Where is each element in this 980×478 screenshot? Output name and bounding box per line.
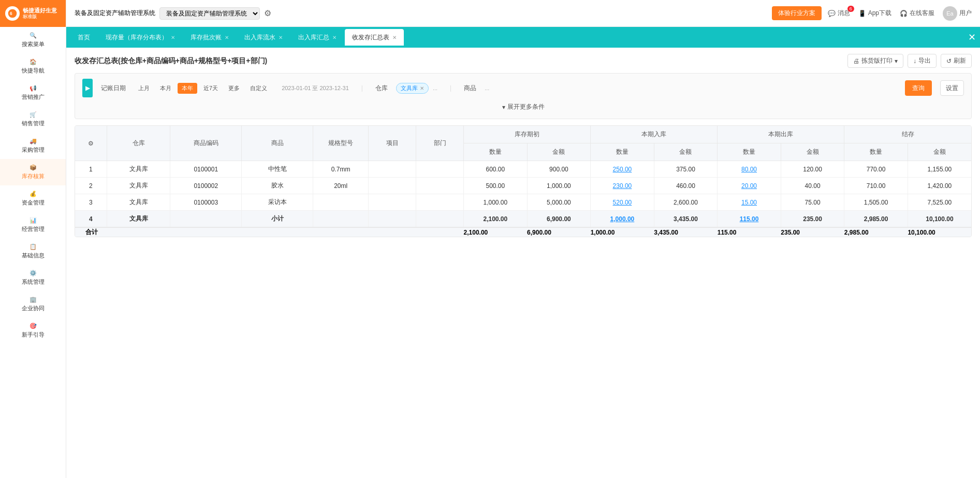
tab-close-icon[interactable]: ✕: [225, 35, 229, 40]
th-project: 项目: [369, 126, 416, 161]
query-btn[interactable]: 查询: [905, 80, 932, 96]
date-btn-7days[interactable]: 近7天: [199, 83, 222, 94]
cell-in-qty[interactable]: 520.00: [591, 194, 654, 211]
th-name: 商品: [242, 126, 313, 161]
message-btn[interactable]: 💬 消息 6: [828, 9, 850, 18]
export-btn[interactable]: ↓ 导出: [908, 54, 937, 68]
settings-icon[interactable]: ⚙: [88, 140, 94, 147]
date-btn-this-month[interactable]: 本月: [156, 83, 175, 94]
cell-out-qty[interactable]: 115.00: [718, 211, 781, 228]
cell-warehouse: 文具库: [107, 161, 170, 178]
date-btn-more[interactable]: 更多: [224, 83, 244, 94]
table-row: 4文具库小计2,100.006,900.001,000.003,435.0011…: [75, 211, 971, 228]
cell-project: [369, 161, 416, 178]
warehouse-label: 仓库: [375, 84, 388, 93]
close-all-tabs[interactable]: ✕: [968, 32, 976, 43]
cell-warehouse: 文具库: [107, 178, 170, 194]
tab-close-icon[interactable]: ✕: [171, 35, 175, 40]
tab-close-icon[interactable]: ✕: [392, 35, 397, 40]
date-btn-custom[interactable]: 自定义: [246, 83, 271, 94]
cell-opening-amt: 900.00: [527, 161, 591, 178]
tab-home[interactable]: 首页: [70, 29, 97, 46]
sidebar-item-sales[interactable]: 🛒 销售管理: [0, 106, 66, 133]
cell-spec: 20ml: [313, 178, 369, 194]
cell-out-qty[interactable]: 20.00: [718, 178, 781, 194]
chevron-down-icon: ▾: [895, 57, 898, 65]
experience-btn[interactable]: 体验行业方案: [772, 6, 822, 20]
footer-closing-amt: 10,100.00: [908, 227, 971, 237]
th-opening-group: 库存期初: [464, 126, 591, 143]
expand-conditions-btn[interactable]: ▾ 展开更多条件: [502, 100, 545, 113]
date-range: 2023-01-01 至 2023-12-31: [282, 84, 349, 92]
cell-out-qty[interactable]: 15.00: [718, 194, 781, 211]
date-btn-last-month[interactable]: 上月: [134, 83, 154, 94]
cell-in-amt: 460.00: [654, 178, 718, 194]
th-in-group: 本期入库: [591, 126, 718, 143]
cell-closing-amt: 10,100.00: [908, 211, 971, 228]
cell-in-qty[interactable]: 250.00: [591, 161, 654, 178]
sidebar-item-marketing[interactable]: 📢 营销推广: [0, 80, 66, 106]
tab-batch-ledger[interactable]: 库存批次账 ✕: [183, 29, 236, 46]
sidebar-item-search[interactable]: 🔍 搜索菜单: [0, 27, 66, 53]
cell-in-qty[interactable]: 1,000.00: [591, 211, 654, 228]
system-name: 装备及固定资产辅助管理系统: [75, 9, 155, 18]
th-out-amt: 金额: [781, 143, 844, 161]
sidebar-item-operations[interactable]: 📊 经营管理: [0, 212, 66, 238]
cell-in-qty[interactable]: 230.00: [591, 178, 654, 194]
th-out-group: 本期出库: [718, 126, 844, 143]
tab-receive-send-summary[interactable]: 收发存汇总表 ✕: [345, 29, 404, 46]
tab-close-icon[interactable]: ✕: [332, 35, 337, 40]
tab-in-out-summary[interactable]: 出入库汇总 ✕: [291, 29, 344, 46]
sidebar-item-guide[interactable]: 🎯 新手引导: [0, 317, 66, 344]
cell-out-qty-link[interactable]: 80.00: [741, 166, 757, 173]
sidebar-item-finance[interactable]: 💰 资金管理: [0, 185, 66, 212]
cell-in-qty-link[interactable]: 250.00: [613, 166, 632, 173]
sidebar-item-system[interactable]: ⚙️ 系统管理: [0, 265, 66, 291]
tab-close-icon[interactable]: ✕: [279, 35, 283, 40]
tab-in-out-flow[interactable]: 出入库流水 ✕: [237, 29, 290, 46]
sidebar-item-purchase[interactable]: 🚚 采购管理: [0, 133, 66, 159]
settings-btn[interactable]: 设置: [940, 80, 964, 96]
svg-point-0: [8, 9, 17, 18]
sidebar-item-quick-nav[interactable]: 🏠 快捷导航: [0, 53, 66, 80]
footer-out-amt: 235.00: [781, 227, 844, 237]
cell-in-qty-link[interactable]: 1,000.00: [610, 215, 635, 223]
cell-out-qty[interactable]: 80.00: [718, 161, 781, 178]
refresh-btn[interactable]: ↺ 刷新: [941, 54, 972, 68]
warehouse-tag-close[interactable]: ✕: [420, 85, 424, 91]
tab-inventory-dist[interactable]: 现存量（库存分布表） ✕: [98, 29, 182, 46]
cell-num: 1: [75, 161, 107, 178]
th-opening-qty: 数量: [464, 143, 528, 161]
cell-out-qty-link[interactable]: 115.00: [740, 215, 759, 223]
th-in-qty: 数量: [591, 143, 654, 161]
sidebar: 6 畅捷通好生意 标准版 🔍 搜索菜单 🏠 快捷导航 📢 营销推广 🛒 销售管理…: [0, 0, 66, 478]
online-service-btn[interactable]: 🎧 在线客服: [900, 9, 934, 18]
cell-code: 0100003: [170, 194, 242, 211]
cell-closing-amt: 7,525.00: [908, 194, 971, 211]
goods-more[interactable]: ...: [485, 85, 489, 91]
print-btn[interactable]: 🖨 拣货版打印 ▾: [847, 54, 903, 68]
user-menu[interactable]: Ea 用户: [943, 6, 972, 21]
cell-out-qty-link[interactable]: 20.00: [741, 182, 757, 190]
footer-opening-qty: 2,100.00: [464, 227, 528, 237]
warehouse-more[interactable]: ...: [433, 85, 437, 91]
footer-in-qty: 1,000.00: [591, 227, 654, 237]
cell-name: 胶水: [242, 178, 313, 194]
sidebar-item-enterprise[interactable]: 🏢 企业协同: [0, 291, 66, 317]
sidebar-item-basic[interactable]: 📋 基础信息: [0, 238, 66, 265]
sidebar-item-inventory[interactable]: 📦 库存核算: [0, 159, 66, 185]
cell-in-qty-link[interactable]: 520.00: [613, 199, 632, 206]
cell-closing-amt: 1,420.00: [908, 178, 971, 194]
th-code: 商品编码: [170, 126, 242, 161]
filter-area: ▶ 记账日期 上月 本月 本年 近7天 更多 自定义 2023-01-01 至 …: [75, 73, 972, 119]
cell-out-qty-link[interactable]: 15.00: [741, 199, 757, 206]
date-btn-this-year[interactable]: 本年: [178, 83, 197, 94]
filter-toggle-btn[interactable]: ▶: [82, 79, 93, 97]
cell-name: 小计: [242, 211, 313, 228]
cell-opening-qty: 2,100.00: [464, 211, 528, 228]
phone-icon: 📱: [858, 10, 866, 17]
system-selector[interactable]: 装备及固定资产辅助管理系统: [159, 7, 260, 20]
app-download-btn[interactable]: 📱 App下载: [858, 9, 891, 18]
settings-icon[interactable]: ⚙: [264, 8, 271, 18]
cell-in-qty-link[interactable]: 230.00: [613, 182, 632, 190]
